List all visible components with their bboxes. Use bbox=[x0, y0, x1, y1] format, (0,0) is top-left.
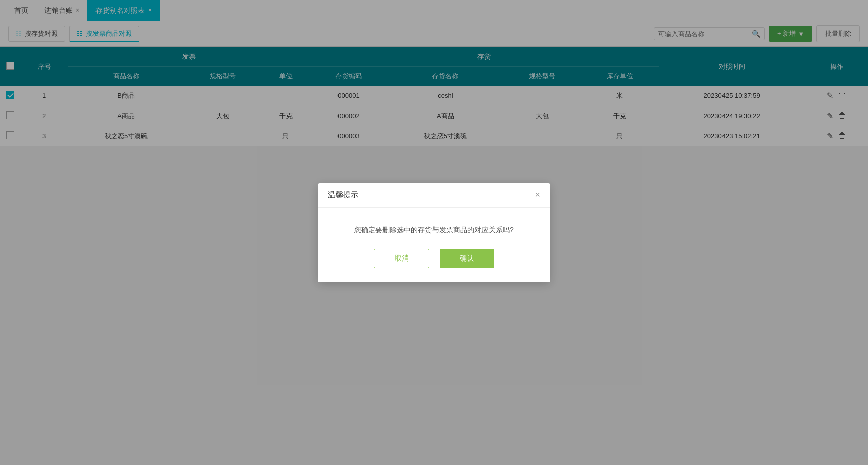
dialog-overlay: 温馨提示 × 您确定要删除选中的存货与发票商品的对应关系吗? 取消 确认 bbox=[0, 0, 868, 146]
